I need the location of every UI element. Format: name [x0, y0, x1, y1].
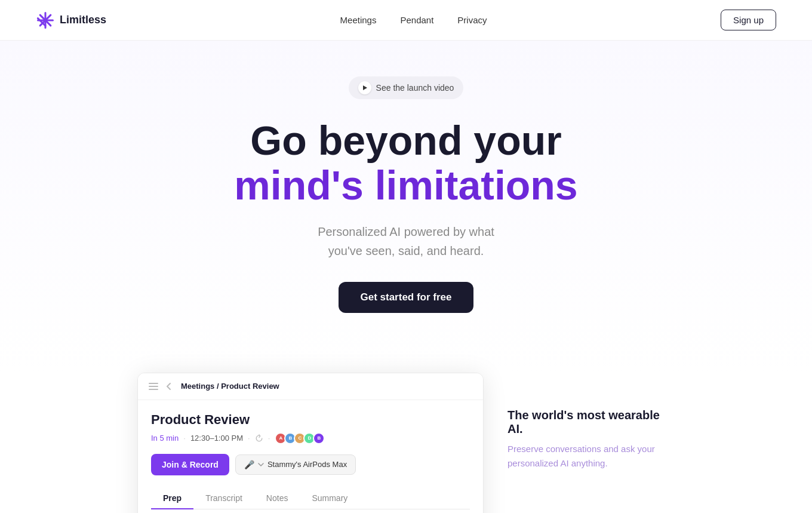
tab-transcript[interactable]: Transcript	[193, 487, 254, 509]
svg-rect-6	[149, 383, 158, 384]
hero-headline: Go beyond your mind's limitations	[234, 118, 577, 208]
logo-text: Limitless	[60, 14, 106, 26]
svg-marker-5	[363, 85, 367, 90]
nav-meetings[interactable]: Meetings	[340, 15, 377, 25]
launch-video-label: See the launch video	[376, 83, 454, 93]
meeting-title: Product Review	[151, 412, 470, 428]
logo-link[interactable]: Limitless	[36, 11, 106, 30]
back-icon	[164, 382, 174, 391]
mic-icon: 🎤	[244, 460, 254, 469]
meeting-meta: In 5 min · 12:30–1:00 PM · · A B C D B	[151, 432, 470, 444]
topbar-icons	[149, 382, 174, 391]
tab-summary[interactable]: Summary	[300, 487, 359, 509]
menu-icon	[149, 382, 158, 391]
microphone-button[interactable]: 🎤 Stammy's AirPods Max	[235, 454, 356, 475]
logo-icon	[36, 11, 55, 30]
breadcrumb-prefix: Meetings /	[181, 382, 219, 391]
sync-icon	[255, 434, 263, 443]
tab-notes[interactable]: Notes	[254, 487, 300, 509]
get-started-button[interactable]: Get started for free	[339, 282, 473, 313]
tab-prep[interactable]: Prep	[151, 487, 193, 509]
side-text-subheading: Preserve conversations and ask your pers…	[508, 442, 675, 471]
nav-links: Meetings Pendant Privacy	[340, 15, 487, 26]
mic-label: Stammy's AirPods Max	[267, 460, 347, 469]
hero-subtext: Personalized AI powered by what you've s…	[318, 222, 494, 260]
meeting-time-range: 12:30–1:00 PM	[190, 434, 243, 443]
meeting-avatars: A B C D B	[275, 432, 325, 444]
meeting-tabs: Prep Transcript Notes Summary	[151, 487, 470, 509]
mockup-topbar: Meetings / Product Review	[138, 373, 483, 400]
app-mockup: Meetings / Product Review Product Review…	[137, 373, 484, 513]
hero-section: See the launch video Go beyond your mind…	[0, 41, 812, 373]
svg-rect-8	[149, 389, 158, 390]
side-text: The world's most wearable AI. Preserve c…	[508, 373, 675, 471]
join-record-button[interactable]: Join & Record	[151, 454, 229, 475]
nav-pendant[interactable]: Pendant	[400, 15, 433, 25]
avatar-5: B	[313, 432, 325, 444]
hero-subtext-line1: Personalized AI powered by what	[318, 225, 494, 238]
signup-button[interactable]: Sign up	[721, 10, 776, 30]
mockup-content: Product Review In 5 min · 12:30–1:00 PM …	[138, 400, 483, 513]
headline-line1: Go beyond your	[250, 118, 561, 163]
hero-subtext-line2: you've seen, said, and heard.	[328, 244, 484, 257]
navbar: Limitless Meetings Pendant Privacy Sign …	[0, 0, 812, 41]
svg-rect-7	[149, 386, 158, 387]
meta-dot-1: ·	[183, 434, 186, 443]
nav-privacy[interactable]: Privacy	[457, 15, 487, 25]
side-text-heading: The world's most wearable AI.	[508, 408, 675, 436]
headline-line2: mind's limitations	[234, 162, 577, 208]
meta-dot-3: ·	[268, 434, 270, 443]
play-icon	[358, 81, 371, 94]
meta-dot-2: ·	[248, 434, 250, 443]
breadcrumb-active: Product Review	[221, 382, 279, 391]
preview-section: Meetings / Product Review Product Review…	[0, 373, 812, 513]
meeting-time-in: In 5 min	[151, 434, 179, 443]
breadcrumb: Meetings / Product Review	[181, 382, 279, 391]
chevron-down-small	[258, 463, 264, 466]
meeting-actions: Join & Record 🎤 Stammy's AirPods Max	[151, 454, 470, 475]
launch-video-button[interactable]: See the launch video	[349, 76, 464, 99]
